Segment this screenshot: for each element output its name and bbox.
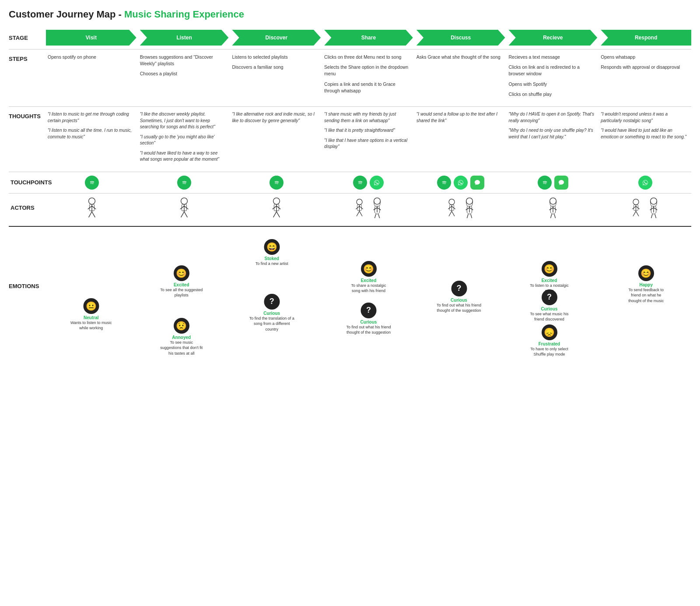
step-item: Opens whatsapp xyxy=(601,54,688,60)
happy-face: 😊 xyxy=(174,265,189,281)
step-item: Opens spotify on phone xyxy=(48,54,135,60)
happy-face-4: 😊 xyxy=(638,265,654,281)
emotion-desc-happy: To send feedback to friend on what he th… xyxy=(624,287,668,304)
thoughts-respond: "I wouldn't respond unless it was a part… xyxy=(599,107,691,172)
emotion-curious-discover: ? Curious To find the translation of a s… xyxy=(249,294,295,332)
thoughts-discover: "I like alternative rock and indie music… xyxy=(230,107,322,172)
imessage-icon xyxy=(470,176,484,190)
svg-point-71 xyxy=(651,197,657,204)
svg-line-27 xyxy=(272,206,276,209)
svg-point-64 xyxy=(633,199,639,204)
svg-line-67 xyxy=(636,206,640,209)
svg-line-48 xyxy=(452,206,455,209)
thought-item: "I like the discover weekly playlist. So… xyxy=(140,111,227,130)
stage-cell-listen: Listen xyxy=(138,29,231,49)
svg-line-22 xyxy=(181,211,184,217)
page-title: Customer Journey Map - Music Sharing Exp… xyxy=(9,9,691,20)
whatsapp-icon xyxy=(638,176,652,190)
steps-label: STEPS xyxy=(9,49,46,107)
step-item: Chooses a playlist xyxy=(140,70,227,77)
svg-line-73 xyxy=(650,208,654,210)
stage-cell-respond: Respond xyxy=(599,29,691,49)
svg-line-34 xyxy=(356,206,359,209)
svg-line-57 xyxy=(470,214,472,218)
steps-respond: Opens whatsapp Responds with approval or… xyxy=(599,49,691,107)
steps-listen: Browses suggestions and "Discover Weekly… xyxy=(138,49,231,107)
stage-arrow-visit: Visit xyxy=(46,30,136,46)
touchpoints-discuss xyxy=(416,176,505,190)
touchpoints-recieve xyxy=(509,176,598,190)
thought-item: "I like alternative rock and indie music… xyxy=(232,111,319,124)
svg-line-69 xyxy=(636,211,639,216)
spotify-icon xyxy=(538,176,552,190)
touchpoints-visit xyxy=(48,176,136,190)
emotion-happy-respond: 😊 Happy To send feedback to friend on wh… xyxy=(624,265,668,304)
touchpoints-listen xyxy=(140,176,229,190)
actors-row: ACTORS xyxy=(9,193,691,222)
thought-item: "I usually go to the 'you might also lik… xyxy=(140,134,227,147)
svg-line-41 xyxy=(374,208,377,210)
thought-item: "I like that it is pretty straightforwar… xyxy=(324,127,411,134)
stage-row: STAGE Visit Listen Discover Share Discus… xyxy=(9,29,691,49)
thought-item: "I listen to music all the time. I run t… xyxy=(48,127,135,140)
actors-respond xyxy=(601,197,690,219)
svg-line-54 xyxy=(466,208,469,210)
emotion-desc-stoked: To find a new artist xyxy=(256,261,288,267)
title-prefix: Customer Journey Map - xyxy=(9,9,124,20)
emotion-curious-discuss: ? Curious To find out what his friend th… xyxy=(436,281,482,314)
svg-line-74 xyxy=(654,208,657,210)
emotion-label-curious-share: Curious xyxy=(360,320,377,324)
stage-arrow-share: Share xyxy=(324,30,413,46)
actors-visit xyxy=(48,197,136,219)
step-item: Responds with approval or disapproval xyxy=(601,64,688,70)
stage-arrow-recieve: Recieve xyxy=(509,30,598,46)
step-item: Copies a link and sends it to Grace thro… xyxy=(324,81,411,94)
step-item: Asks Grace what she thought of the song xyxy=(416,54,504,60)
emotion-curious-recieve: ? Curious To see what music his friend d… xyxy=(528,289,571,322)
step-item: Clicks on link and is redirected to a br… xyxy=(509,64,596,77)
svg-line-62 xyxy=(550,214,552,218)
svg-line-47 xyxy=(448,206,452,209)
svg-line-29 xyxy=(273,211,276,217)
person-figure xyxy=(175,197,193,219)
person-figure-female xyxy=(461,197,478,219)
emotion-desc-curious-recieve: To see what music his friend discovered xyxy=(528,311,571,322)
emotion-desc-curious-discuss: To find out what his friend thought of t… xyxy=(436,303,482,314)
emotion-label-annoyed: Annoyed xyxy=(172,335,191,340)
svg-line-23 xyxy=(184,211,187,217)
step-item: Clicks on three dot Menu next to song xyxy=(324,54,411,60)
svg-line-30 xyxy=(276,211,280,217)
thought-item: "I would have liked to have a way to see… xyxy=(140,150,227,163)
svg-line-14 xyxy=(92,206,96,209)
svg-point-39 xyxy=(374,197,381,204)
stage-arrow-respond: Respond xyxy=(601,30,691,46)
emotion-annoyed-listen: 😟 Annoyed To see music suggestions that … xyxy=(160,318,203,356)
svg-line-44 xyxy=(378,214,380,218)
emotion-label-frustrated: Frustrated xyxy=(539,342,560,346)
svg-line-68 xyxy=(633,211,636,216)
svg-point-11 xyxy=(89,197,95,204)
step-item: Clicks on shuffle play xyxy=(509,91,596,98)
whatsapp-icon xyxy=(454,176,468,190)
stage-arrow-discuss: Discuss xyxy=(416,30,505,46)
stage-cell-share: Share xyxy=(322,29,415,49)
svg-point-52 xyxy=(466,197,472,204)
person-figure xyxy=(83,197,101,219)
person-figure-female xyxy=(545,197,561,219)
emotion-frustrated-recieve: 😞 Frustrated To have to only select Shuf… xyxy=(528,324,571,357)
stage-cell-discuss: Discuss xyxy=(415,29,507,49)
thoughts-visit: "I listen to music to get me through cod… xyxy=(46,107,138,172)
step-item: Opens with Spotify xyxy=(509,81,596,88)
svg-point-58 xyxy=(550,197,556,204)
actors-listen xyxy=(140,197,229,219)
emotion-desc-curious-discover: To find the translation of a song from a… xyxy=(249,316,295,332)
actors-discuss xyxy=(416,197,505,219)
thoughts-listen: "I like the discover weekly playlist. So… xyxy=(138,107,231,172)
svg-line-43 xyxy=(374,214,376,218)
svg-point-25 xyxy=(273,197,280,204)
person-figure-female xyxy=(645,197,662,219)
emotion-neutral: 😐 Neutral Wants to listen to music while… xyxy=(70,298,112,331)
steps-discover: Listens to selected playlists Discovers … xyxy=(230,49,322,107)
step-item: Selects the Share option in the dropdown… xyxy=(324,64,411,77)
steps-row: STEPS Opens spotify on phone Browses sug… xyxy=(9,49,691,107)
